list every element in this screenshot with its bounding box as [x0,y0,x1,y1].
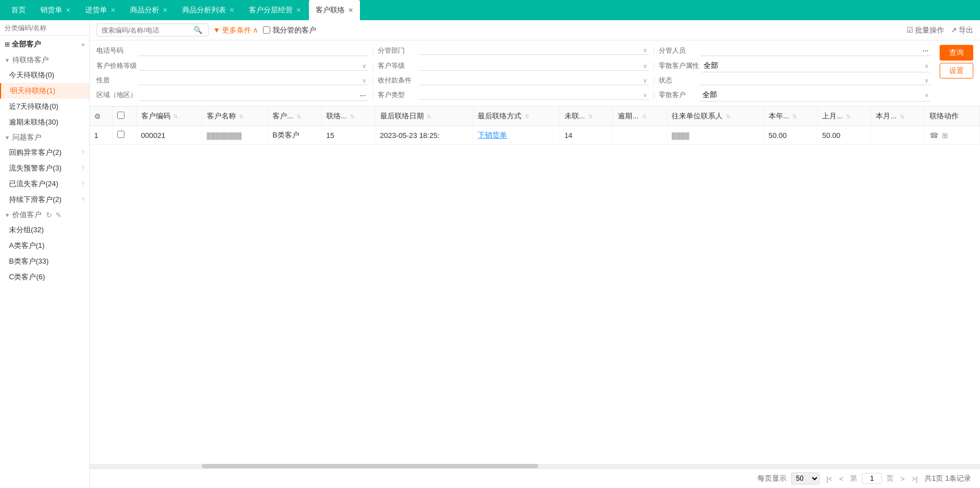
filter-row-4: 区域（地区） ··· 客户类型 ∨ [96,89,931,102]
th-last-month[interactable]: 上月... ⇅ [817,107,871,126]
sidebar-group-value[interactable]: ▼ 价值客户 ↻ ✎ [0,208,89,222]
sidebar-search-input[interactable] [4,24,89,32]
filter-select-payment[interactable]: ∨ [419,76,650,85]
last-method-link[interactable]: 下销货单 [478,131,507,139]
th-this-year[interactable]: 本年... ⇅ [764,107,817,126]
filter-select-dept[interactable]: ∨ [419,46,650,55]
th-unit-contact[interactable]: 往来单位联系人 ⇅ [667,107,764,126]
close-icon[interactable]: ✕ [229,7,234,14]
close-icon[interactable]: ✕ [110,7,115,14]
grid-icon: ⊞ [4,41,10,48]
filter-select-price-level[interactable]: ∨ [139,62,368,71]
next-page-btn[interactable]: > [898,473,907,484]
sort-icon: ⇅ [525,113,529,119]
nav-tab-3[interactable]: 商品分析列表 ✕ [175,0,241,20]
first-page-btn[interactable]: |< [824,473,835,484]
per-page-select[interactable]: 50 100 200 [791,472,820,485]
td-overdue [613,126,667,145]
sidebar-item-churn-warning[interactable]: 流失预警客户(3) ? [0,160,89,176]
nav-tab-5[interactable]: 客户联络 ✕ [309,0,360,20]
th-uncontacted[interactable]: 未联... ⇅ [560,107,613,126]
close-icon[interactable]: ✕ [163,7,168,14]
filter-field-payment: 收付款条件 ∨ [378,76,650,85]
th-name[interactable]: 客户名称 ⇅ [202,107,267,126]
filter-label-status: 状态 [659,76,698,85]
content-area: 🔍 ▼ 更多条件 ∧ 我分管的客户 ☑ 批量操作 ↗ 导出 [90,20,980,488]
scroll-thumb[interactable] [202,464,538,468]
search-bar: 🔍 ▼ 更多条件 ∧ 我分管的客户 ☑ 批量操作 ↗ 导出 [90,20,980,40]
th-type[interactable]: 客户... ⇅ [268,107,322,126]
filter-select-nature[interactable]: ∨ [138,76,368,85]
th-code[interactable]: 客户编码 ⇅ [136,107,202,126]
filter-select-manager[interactable]: ··· [700,45,931,56]
filter-select-customer-type[interactable]: ∨ [419,91,650,100]
refresh-icon[interactable]: ↻ [46,211,52,219]
filter-input-phone[interactable] [138,45,368,56]
filter-select-customer-level[interactable]: ∨ [419,62,650,71]
sidebar-item-churned[interactable]: 已流失客户(24) ? [0,176,89,192]
chevron-down-icon: ▼ [4,212,10,218]
search-icon[interactable]: 🔍 [193,26,202,34]
filter-select-retail-customer[interactable]: 全部 ∨ [700,89,931,102]
sidebar-item-repurchase-anomaly[interactable]: 回购异常客户(2) ? [0,145,89,160]
sidebar-item-b-class[interactable]: B类客户(33) [0,254,89,269]
sidebar-item-overdue[interactable]: 逾期未联络(30) [0,114,89,130]
nav-home[interactable]: 首页 [4,0,33,20]
table-area: ⚙ 客户编码 ⇅ 客户名称 ⇅ 客户... ⇅ 联络... ⇅ 最后联络日期 ⇅… [90,107,980,464]
help-icon: ? [81,181,85,187]
chevron-down-icon: ∨ [643,63,647,69]
close-icon[interactable]: ✕ [296,7,301,14]
filter-icon: ▼ [213,26,220,34]
query-button[interactable]: 查询 [940,45,973,61]
close-icon[interactable]: ✕ [348,7,353,14]
close-icon[interactable]: ✕ [66,7,71,14]
prev-page-btn[interactable]: < [837,473,846,484]
nav-tab-4[interactable]: 客户分层经营 ✕ [242,0,308,20]
phone-icon[interactable]: ☎ [930,131,939,140]
filter-select-retail-attr[interactable]: 全部 ∨ [701,59,931,72]
td-unit-contact: ████ [667,126,764,145]
ellipsis-icon: ··· [360,91,366,99]
filter-label-region: 区域（地区） [96,90,137,100]
filter-more-btn[interactable]: ▼ 更多条件 ∧ [213,25,258,35]
th-overdue[interactable]: 逾期... ⇅ [613,107,667,126]
filter-select-region[interactable]: ··· [139,90,368,101]
select-all-checkbox[interactable] [117,112,124,119]
nav-tab-0[interactable]: 销货单 ✕ [34,0,77,20]
th-gear[interactable]: ⚙ [90,107,112,126]
filter-select-status[interactable]: ∨ [700,76,931,85]
filter-btn-group: 查询 设置 [940,45,973,102]
last-page-btn[interactable]: >| [909,473,920,484]
batch-ops-btn[interactable]: ☑ 批量操作 [907,25,944,35]
th-this-month[interactable]: 本月... ⇅ [871,107,925,126]
th-last-method[interactable]: 最后联络方式 ⇅ [473,107,560,126]
scroll-bar[interactable] [90,464,980,468]
page-input[interactable] [862,473,882,484]
row-checkbox[interactable] [117,131,124,138]
search-input-wrap: 🔍 [96,24,209,36]
export-btn[interactable]: ↗ 导出 [951,25,973,35]
th-contact[interactable]: 联络... ⇅ [321,107,375,126]
sidebar-item-a-class[interactable]: A类客户(1) [0,238,89,254]
sidebar-item-declining[interactable]: 持续下滑客户(2) ? [0,192,89,208]
sidebar-item-tomorrow[interactable]: 明天待联络(1) [0,83,89,99]
nav-tab-1[interactable]: 进货单 ✕ [78,0,122,20]
sidebar-item-today[interactable]: 今天待联络(0) [0,67,89,83]
sidebar-item-c-class[interactable]: C类客户(6) [0,269,89,285]
sidebar-item-7days[interactable]: 近7天待联络(0) [0,99,89,114]
edit-icon[interactable]: ✎ [56,211,62,219]
grid-action-icon[interactable]: ⊞ [942,131,948,140]
my-customers-checkbox-input[interactable] [263,26,270,34]
chevron-down-icon: ∨ [643,47,647,53]
th-last-date[interactable]: 最后联络日期 ⇅ [375,107,473,126]
nav-tab-2[interactable]: 商品分析 ✕ [123,0,174,20]
set-button[interactable]: 设置 [940,63,973,79]
sidebar-all-customers[interactable]: ⊞ 全部客户 « [0,36,89,53]
search-input[interactable] [101,26,191,34]
sidebar-item-ungrouped[interactable]: 未分组(32) [0,222,89,238]
sidebar-group-pending[interactable]: ▼ 待联络客户 [0,53,89,67]
sidebar: 🔍 ⊞ 全部客户 « ▼ 待联络客户 今天待联络(0) 明天待联络(1) 近7天… [0,20,90,488]
help-icon: ? [81,149,85,156]
sidebar-group-problem[interactable]: ▼ 问题客户 [0,130,89,145]
chevron-down-icon: ∨ [362,63,366,69]
